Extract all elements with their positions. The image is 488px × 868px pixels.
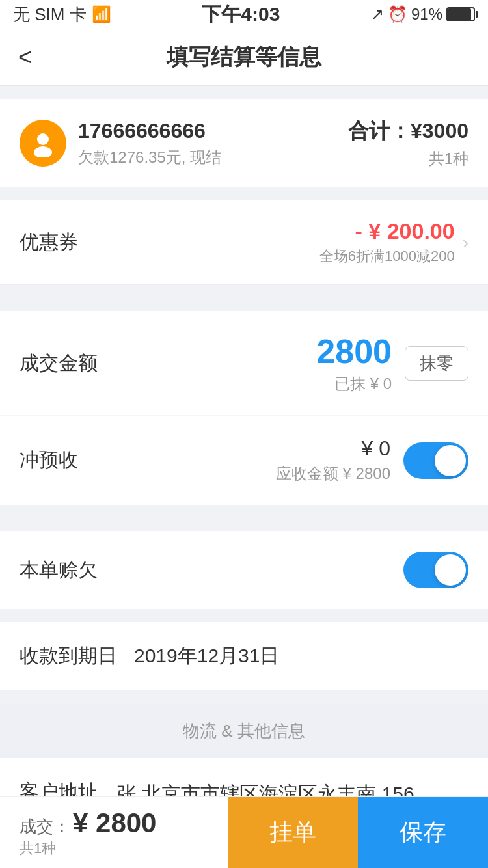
- debt-label: 本单赊欠: [20, 557, 98, 584]
- prepay-sub: 应收金额 ¥ 2800: [276, 463, 390, 484]
- sim-label: 无 SIM 卡: [13, 3, 87, 26]
- wifi-icon: 📶: [92, 5, 111, 23]
- deal-row: 成交金额 2800 已抹 ¥ 0 抹零: [0, 311, 488, 416]
- battery-icon: [446, 7, 475, 21]
- deal-amount: 2800: [316, 332, 392, 371]
- bottom-info: 成交： ¥ 2800 共1种: [0, 807, 228, 858]
- logistics-title: 物流 & 其他信息: [183, 720, 305, 742]
- page-title: 填写结算等信息: [167, 42, 321, 72]
- coupon-desc: 全场6折满1000减200: [319, 247, 455, 266]
- deal-section: 成交金额 2800 已抹 ¥ 0 抹零 冲预收 ¥ 0 应收金额 ¥ 2800: [0, 311, 488, 505]
- status-time: 下午4:03: [202, 1, 280, 28]
- nav-bar: < 填写结算等信息: [0, 29, 488, 86]
- customer-phone: 17666666666: [78, 119, 221, 143]
- divider-5: [0, 691, 488, 704]
- alarm-icon: ⏰: [388, 5, 407, 23]
- due-date-label: 收款到期日: [20, 643, 117, 670]
- bottom-deal-value: ¥ 2800: [73, 807, 156, 839]
- save-button[interactable]: 保存: [358, 797, 488, 869]
- chevron-right-icon: ›: [463, 232, 468, 253]
- customer-debt: 欠款1276.35元, 现结: [78, 147, 221, 168]
- battery-percent: 91%: [411, 5, 442, 23]
- divider-3: [0, 505, 488, 518]
- prepay-row: 冲预收 ¥ 0 应收金额 ¥ 2800: [0, 416, 488, 505]
- due-date-value: 2019年12月31日: [134, 643, 279, 670]
- bottom-deal-label: 成交：: [20, 815, 70, 838]
- total-count: 共1种: [348, 148, 468, 169]
- logistics-header: 物流 & 其他信息: [0, 704, 488, 758]
- content-area: 17666666666 欠款1276.35元, 现结 合计：¥3000 共1种 …: [0, 99, 488, 868]
- status-bar: 无 SIM 卡 📶 下午4:03 ↗ ⏰ 91%: [0, 0, 488, 29]
- svg-point-0: [37, 133, 49, 145]
- debt-row: 本单赊欠: [0, 531, 488, 609]
- bottom-count: 共1种: [20, 839, 208, 858]
- customer-card: 17666666666 欠款1276.35元, 现结 合计：¥3000 共1种: [0, 99, 488, 187]
- round-zero-button[interactable]: 抹零: [405, 346, 468, 381]
- due-date-row: 收款到期日 2019年12月31日: [0, 622, 488, 691]
- divider-2: [0, 285, 488, 298]
- prepay-toggle[interactable]: [403, 442, 468, 479]
- divider-4: [0, 609, 488, 622]
- debt-section: 本单赊欠: [0, 531, 488, 609]
- coupon-row[interactable]: 优惠券 - ¥ 200.00 全场6折满1000减200 ›: [0, 200, 488, 285]
- avatar-icon: [29, 129, 57, 157]
- total-value: 合计：¥3000: [348, 117, 468, 146]
- deal-label: 成交金额: [20, 350, 98, 377]
- svg-point-1: [34, 146, 52, 157]
- status-right: ↗ ⏰ 91%: [371, 5, 475, 23]
- bottom-bar: 成交： ¥ 2800 共1种 挂单 保存: [0, 796, 488, 868]
- coupon-label: 优惠券: [20, 229, 78, 256]
- back-button[interactable]: <: [18, 44, 32, 71]
- debt-toggle[interactable]: [403, 552, 468, 588]
- coupon-amount: - ¥ 200.00: [319, 219, 455, 244]
- avatar: [20, 120, 66, 167]
- hang-button[interactable]: 挂单: [228, 797, 358, 869]
- gps-icon: ↗: [371, 5, 384, 23]
- status-left: 无 SIM 卡 📶: [13, 3, 111, 26]
- deal-amount-sub: 已抹 ¥ 0: [316, 373, 392, 394]
- prepay-label: 冲预收: [20, 447, 78, 474]
- prepay-value: ¥ 0: [276, 437, 390, 461]
- divider-1: [0, 187, 488, 200]
